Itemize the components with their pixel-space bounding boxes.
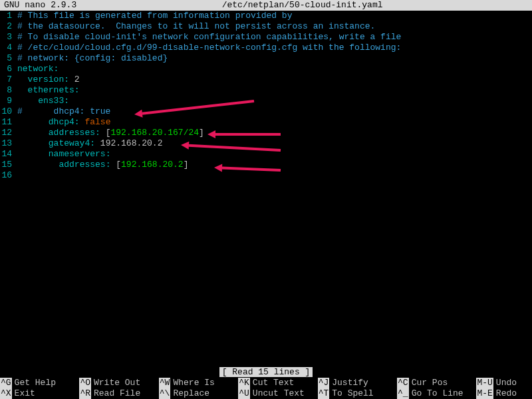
code-line[interactable]: # To disable cloud-init's network config… xyxy=(17,32,532,43)
app-name: GNU nano 2.9.3 xyxy=(4,0,76,11)
help-label: Undo xyxy=(496,378,517,388)
help-item[interactable]: ^XExit xyxy=(0,388,79,399)
code-line[interactable]: version: 2 xyxy=(17,74,532,85)
help-label: Where Is xyxy=(173,378,214,388)
help-label: Read File xyxy=(94,388,140,399)
help-item[interactable]: ^KCut Text xyxy=(238,378,317,388)
help-label: To Spell xyxy=(332,388,373,399)
help-item[interactable]: ^\Replace xyxy=(159,388,238,399)
code-line[interactable]: nameservers: xyxy=(17,149,532,160)
code-line[interactable]: network: xyxy=(17,64,532,74)
line-number: 5 xyxy=(0,53,12,64)
help-label: Redo xyxy=(496,388,517,399)
keycap: ^J xyxy=(318,378,330,388)
code-line[interactable] xyxy=(17,170,532,181)
code-line[interactable]: ens33: xyxy=(17,96,532,106)
line-number: 9 xyxy=(0,96,12,106)
help-label: Get Help xyxy=(15,378,56,388)
help-item[interactable]: ^RRead File xyxy=(79,388,158,399)
file-path: /etc/netplan/50-cloud-init.yaml xyxy=(76,0,528,11)
help-label: Replace xyxy=(173,388,209,399)
line-number: 14 xyxy=(0,149,12,160)
line-number: 3 xyxy=(0,32,12,43)
code-line[interactable]: # This file is generated from informatio… xyxy=(17,11,532,21)
keycap: M-U xyxy=(476,378,493,388)
line-number: 6 xyxy=(0,64,12,74)
status-bar: [ Read 15 lines ] xyxy=(0,367,532,378)
code-line[interactable]: # /etc/cloud/cloud.cfg.d/99-disable-netw… xyxy=(17,43,532,53)
help-label: Exit xyxy=(15,388,35,399)
editor-viewport[interactable]: 12345678910111213141516 # This file is g… xyxy=(0,11,532,375)
help-item[interactable]: ^JJustify xyxy=(318,378,397,388)
help-label: Cur Pos xyxy=(412,378,448,388)
keycap: ^T xyxy=(318,388,330,399)
line-number: 8 xyxy=(0,85,12,96)
help-item[interactable]: ^OWrite Out xyxy=(79,378,158,388)
line-number: 10 xyxy=(0,106,12,117)
line-number: 16 xyxy=(0,170,12,181)
code-line[interactable]: dhcp4: false xyxy=(17,117,532,128)
line-number-gutter: 12345678910111213141516 xyxy=(0,11,15,375)
keycap: ^O xyxy=(79,378,91,388)
help-bar: ^GGet Help^OWrite Out^WWhere Is^KCut Tex… xyxy=(0,378,532,399)
help-label: Uncut Text xyxy=(253,388,305,399)
keycap: M-E xyxy=(476,388,493,399)
help-label: Cut Text xyxy=(253,378,294,388)
help-item[interactable]: ^_Go To Line xyxy=(397,388,476,399)
keycap: ^_ xyxy=(397,388,409,399)
keycap: ^U xyxy=(238,388,250,399)
code-line[interactable]: addresses: [192.168.20.2] xyxy=(17,160,532,170)
code-line[interactable]: # the datasource. Changes to it will not… xyxy=(17,21,532,32)
line-number: 11 xyxy=(0,117,12,128)
line-number: 4 xyxy=(0,43,12,53)
editor-content[interactable]: # This file is generated from informatio… xyxy=(15,11,532,375)
keycap: ^K xyxy=(238,378,250,388)
code-line[interactable]: addresses: [192.168.20.167/24] xyxy=(17,128,532,138)
keycap: ^G xyxy=(0,378,12,388)
keycap: ^X xyxy=(0,388,12,399)
code-line[interactable]: # dhcp4: true xyxy=(17,106,532,117)
help-item[interactable]: M-UUndo xyxy=(476,378,532,388)
line-number: 1 xyxy=(0,11,12,21)
status-message: [ Read 15 lines ] xyxy=(219,367,313,377)
line-number: 13 xyxy=(0,138,12,149)
keycap: ^C xyxy=(397,378,409,388)
help-label: Justify xyxy=(332,378,368,388)
line-number: 15 xyxy=(0,160,12,170)
help-item[interactable]: ^TTo Spell xyxy=(318,388,397,399)
line-number: 12 xyxy=(0,128,12,138)
keycap: ^W xyxy=(159,378,171,388)
help-label: Go To Line xyxy=(412,388,464,399)
code-line[interactable]: ethernets: xyxy=(17,85,532,96)
help-item[interactable]: ^WWhere Is xyxy=(159,378,238,388)
help-item[interactable]: ^GGet Help xyxy=(0,378,79,388)
line-number: 2 xyxy=(0,21,12,32)
code-line[interactable]: gateway4: 192.168.20.2 xyxy=(17,138,532,149)
help-label: Write Out xyxy=(94,378,140,388)
keycap: ^R xyxy=(79,388,91,399)
help-item[interactable]: ^CCur Pos xyxy=(397,378,476,388)
keycap: ^\ xyxy=(159,388,171,399)
code-line[interactable]: # network: {config: disabled} xyxy=(17,53,532,64)
line-number: 7 xyxy=(0,74,12,85)
help-item[interactable]: M-ERedo xyxy=(476,388,532,399)
help-item[interactable]: ^UUncut Text xyxy=(238,388,317,399)
titlebar: GNU nano 2.9.3 /etc/netplan/50-cloud-ini… xyxy=(0,0,532,11)
